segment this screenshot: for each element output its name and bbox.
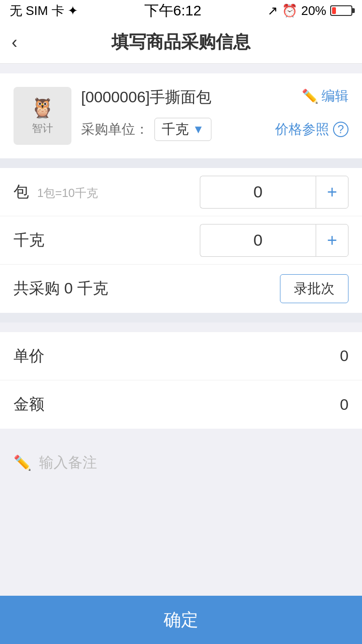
battery-icon [330,5,352,16]
total-row: 共采购 0 千克 录批次 [0,265,362,313]
kg-input-row: 千克 + [0,216,362,265]
notes-placeholder: 输入备注 [39,453,97,473]
unit-price-label: 单价 [14,346,340,367]
product-thumbnail: 🦉 智计 [14,87,71,145]
edit-icon: ✏️ [302,88,319,104]
unit-selector[interactable]: 千克 ▼ [154,118,211,141]
confirm-bar[interactable]: 确定 [0,596,362,644]
amount-value: 0 [340,396,348,414]
owl-icon: 🦉 [30,97,55,119]
status-bar: 无 SIM 卡 ✦ 下午6:12 ↗ ⏰ 20% [0,0,362,21]
nav-bar: ‹ 填写商品采购信息 [0,21,362,64]
amount-label: 金额 [14,394,340,415]
kg-quantity-input[interactable] [200,224,316,257]
bag-plus-button[interactable]: + [316,176,348,209]
unit-value: 千克 [162,120,189,139]
bag-input-row: 包 1包=10千克 + [0,168,362,216]
status-left: 无 SIM 卡 ✦ [10,2,78,19]
pencil-icon: ✏️ [14,454,31,471]
unit-label: 采购单位： [81,120,149,139]
location-icon: ↗ [267,3,278,18]
notes-section[interactable]: ✏️ 输入备注 [0,438,362,487]
section-divider-1 [0,158,362,168]
edit-button[interactable]: ✏️ 编辑 [302,87,348,105]
unit-price-row: 单价 0 [0,332,362,380]
alarm-icon: ⏰ [282,3,297,18]
price-section: 单价 0 金额 0 [0,332,362,429]
confirm-button[interactable]: 确定 [164,608,198,632]
price-ref-label: 价格参照 [275,120,329,139]
unit-price-value: 0 [340,347,348,365]
thumb-text: 智计 [32,121,53,136]
quantity-input-section: 包 1包=10千克 + 千克 + [0,168,362,265]
product-info: [0000006]手撕面包 ✏️ 编辑 采购单位： 千克 ▼ 价格参照 ? [81,87,348,141]
battery-percent: 20% [301,3,326,18]
product-name: [0000006]手撕面包 [81,87,211,108]
bag-label: 包 1包=10千克 [14,182,200,203]
section-divider-2 [0,313,362,322]
bag-sub-label: 1包=10千克 [37,186,98,199]
batch-button[interactable]: 录批次 [280,274,348,303]
status-right: ↗ ⏰ 20% [267,3,352,18]
bag-quantity-input[interactable] [200,176,316,209]
kg-qty-wrapper: + [200,224,348,257]
kg-plus-button[interactable]: + [316,224,348,257]
amount-row: 金额 0 [0,380,362,429]
page-title: 填写商品采购信息 [111,30,251,54]
back-button[interactable]: ‹ [12,32,17,53]
sim-label: 无 SIM 卡 ✦ [10,2,78,19]
kg-label: 千克 [14,230,200,251]
dropdown-arrow-icon: ▼ [193,123,204,136]
price-ref-button[interactable]: 价格参照 ? [275,120,348,139]
status-time: 下午6:12 [144,1,201,21]
total-label: 共采购 0 千克 [14,278,280,299]
price-ref-help-icon: ? [333,122,348,137]
product-card: 🦉 智计 [0000006]手撕面包 ✏️ 编辑 采购单位： 千克 ▼ 价格参照 [0,73,362,158]
bag-qty-wrapper: + [200,176,348,209]
